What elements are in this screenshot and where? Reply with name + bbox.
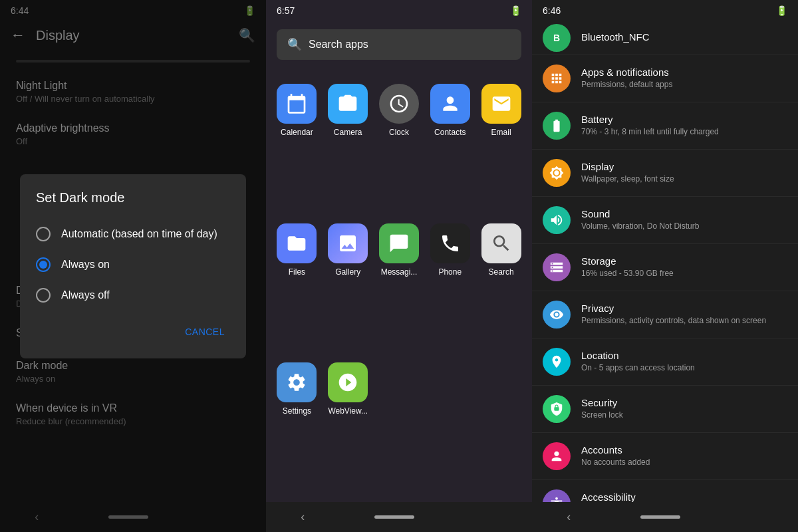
security-text: Security Screen lock [581,397,787,421]
app-grid: Calendar Camera Clock Contacts Email [266,68,532,502]
search-placeholder: Search apps [309,39,368,51]
bluetooth-text: Bluetooth_NFC [581,31,787,45]
privacy-icon [543,301,571,329]
battery-text: Battery 70% - 3 hr, 8 min left until ful… [581,114,787,138]
clock-icon [379,84,419,124]
app-calendar[interactable]: Calendar [274,78,320,213]
menu-item-sound[interactable]: Sound Volume, vibration, Do Not Disturb [532,197,798,244]
search-app-icon [481,223,521,263]
accounts-icon [543,442,571,470]
messaging-icon [379,223,419,263]
panel-display-settings: 6:44 🔋 ← Display 🔍 Night Light Off / Wil… [0,0,266,532]
security-subtitle: Screen lock [581,410,787,421]
camera-icon [328,84,368,124]
apps-notifications-text: Apps & notifications Permissions, defaul… [581,66,787,90]
accounts-text: Accounts No accounts added [581,444,787,468]
location-title: Location [581,350,787,361]
menu-item-accounts[interactable]: Accounts No accounts added [532,433,798,480]
dialog-overlay: Set Dark mode Automatic (based on time o… [0,0,266,532]
back-nav-2[interactable]: ‹ [301,510,305,524]
app-label-email: Email [491,128,511,137]
display-text: Display Wallpaper, sleep, font size [581,161,787,185]
menu-item-apps-notifications[interactable]: Apps & notifications Permissions, defaul… [532,55,798,102]
calendar-icon [277,84,317,124]
status-bar-2: 6:57 🔋 [266,0,532,21]
storage-text: Storage 16% used - 53.90 GB free [581,255,787,279]
menu-item-privacy[interactable]: Privacy Permissions, activity controls, … [532,291,798,338]
accessibility-title: Accessibility [581,491,787,502]
menu-item-security[interactable]: Security Screen lock [532,386,798,433]
privacy-text: Privacy Permissions, activity controls, … [581,303,787,327]
back-nav-3[interactable]: ‹ [567,510,571,524]
menu-item-storage[interactable]: Storage 16% used - 53.90 GB free [532,244,798,291]
radio-label-always-on: Always on [61,259,110,271]
settings-menu-list: Apps & notifications Permissions, defaul… [532,55,798,502]
menu-item-accessibility[interactable]: Accessibility Screen readers, display, i… [532,480,798,502]
radio-automatic[interactable]: Automatic (based on time of day) [36,219,230,249]
app-label-files: Files [289,267,305,277]
app-label-phone: Phone [438,267,462,277]
privacy-subtitle: Permissions, activity controls, data sho… [581,316,787,327]
privacy-title: Privacy [581,303,787,314]
settings-app-icon [277,362,317,402]
menu-item-battery[interactable]: Battery 70% - 3 hr, 8 min left until ful… [532,102,798,150]
app-clock[interactable]: Clock [376,78,422,213]
app-label-contacts: Contacts [434,128,466,137]
menu-item-location[interactable]: Location On - 5 apps can access location [532,338,798,386]
app-webview[interactable]: WebView... [325,357,371,491]
radio-label-always-off: Always off [61,289,110,301]
app-label-search: Search [489,267,514,277]
cancel-button[interactable]: CANCEL [180,321,230,342]
display-menu-icon [543,159,571,187]
app-label-gallery: Gallery [335,267,360,277]
app-phone[interactable]: Phone [427,218,473,352]
radio-circle-always-off[interactable] [36,288,51,303]
app-email[interactable]: Email [478,78,524,213]
app-settings[interactable]: Settings [274,357,320,491]
app-label-messaging: Messagi... [381,267,418,277]
dialog-actions: CANCEL [36,321,230,342]
gallery-icon [328,223,368,263]
app-search[interactable]: Search [478,218,524,352]
sound-subtitle: Volume, vibration, Do Not Disturb [581,221,787,232]
radio-always-off[interactable]: Always off [36,280,230,311]
accounts-subtitle: No accounts added [581,458,787,468]
email-icon [481,84,521,124]
bluetooth-icon: B [543,24,571,52]
home-bar-2[interactable] [374,515,414,519]
menu-item-display[interactable]: Display Wallpaper, sleep, font size [532,150,798,197]
storage-icon [543,253,571,281]
radio-circle-always-on[interactable] [36,257,51,272]
home-bar-3[interactable] [640,515,680,519]
time-2: 6:57 [277,5,295,16]
app-label-camera: Camera [334,128,362,137]
radio-circle-automatic[interactable] [36,227,51,241]
phone-icon [430,223,470,263]
files-icon [277,223,317,263]
app-label-clock: Clock [389,128,409,137]
app-camera[interactable]: Camera [325,78,371,213]
menu-item-bluetooth[interactable]: B Bluetooth_NFC [532,21,798,55]
accounts-title: Accounts [581,444,787,456]
search-bar[interactable]: 🔍 Search apps [277,29,521,60]
battery-menu-icon [543,112,571,140]
app-messaging[interactable]: Messagi... [376,218,422,352]
nav-bar-3: ‹ [532,502,798,532]
apps-notifications-title: Apps & notifications [581,66,787,78]
storage-subtitle: 16% used - 53.90 GB free [581,269,787,279]
radio-label-automatic: Automatic (based on time of day) [61,228,217,240]
accessibility-icon [543,489,571,502]
app-files[interactable]: Files [274,218,320,352]
location-text: Location On - 5 apps can access location [581,350,787,374]
security-icon [543,395,571,423]
contacts-icon [430,84,470,124]
battery-subtitle: 70% - 3 hr, 8 min left until fully charg… [581,127,787,138]
radio-always-on[interactable]: Always on [36,249,230,280]
app-label-webview: WebView... [328,406,368,416]
battery-title: Battery [581,114,787,125]
webview-icon [328,362,368,402]
app-contacts[interactable]: Contacts [427,78,473,213]
app-gallery[interactable]: Gallery [325,218,371,352]
panel-app-drawer: 6:57 🔋 🔍 Search apps Calendar Camera Clo… [266,0,532,532]
sound-icon [543,206,571,234]
